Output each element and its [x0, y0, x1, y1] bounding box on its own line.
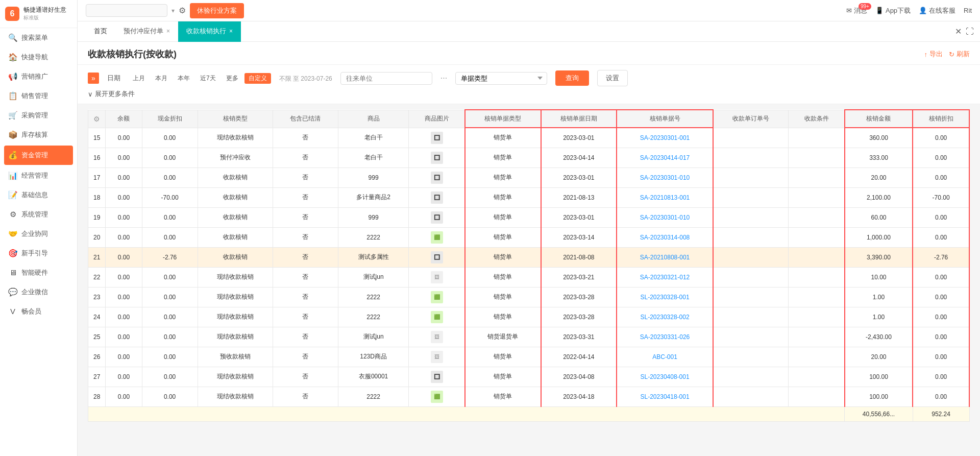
refresh-label: 刷新 — [957, 50, 970, 59]
sidebar-item-快捷导航[interactable]: 🏠快捷导航 — [0, 47, 77, 67]
cell-bill-type: 销货单 — [465, 347, 541, 367]
cell-bill-no[interactable]: SA-20230301-001 — [617, 128, 713, 148]
bill-no-link[interactable]: SA-20230301-001 — [640, 134, 690, 141]
bill-no-link[interactable]: ABC-001 — [652, 353, 677, 361]
th-goods: 商品 — [338, 110, 409, 128]
sidebar-item-基础信息[interactable]: 📝基础信息 — [0, 185, 77, 205]
message-btn[interactable]: ✉ 消息 99+ — [846, 6, 867, 15]
bill-no-link[interactable]: SA-20230301-010 — [640, 214, 690, 221]
cell-amount: 20.00 — [845, 167, 913, 187]
cell-bill-no[interactable]: SL-20230418-001 — [617, 387, 713, 406]
cell-closed: 否 — [273, 267, 338, 287]
topbar-search-input[interactable] — [86, 4, 167, 17]
app-icon: 📱 — [875, 7, 884, 14]
filter-expand-btn[interactable]: » — [88, 73, 99, 84]
bill-no-link[interactable]: SA-20230321-012 — [640, 274, 690, 281]
refresh-btn[interactable]: ↻ 刷新 — [949, 50, 970, 59]
sidebar-item-销售管理[interactable]: 📋销售管理 — [0, 86, 77, 106]
app-download-btn[interactable]: 📱 App下载 — [875, 6, 911, 15]
cell-bill-no[interactable]: SA-20210808-001 — [617, 247, 713, 267]
sidebar-item-智能硬件[interactable]: 🖥智能硬件 — [0, 263, 77, 282]
date-7days-btn[interactable]: 近7天 — [196, 73, 220, 84]
tab-prepay[interactable]: 预付冲应付单 × — [115, 21, 178, 42]
export-btn[interactable]: ↑ 导出 — [924, 50, 943, 59]
cell-closed: 否 — [273, 227, 338, 247]
sidebar-label-4: 采购管理 — [21, 111, 48, 120]
cell-bill-no[interactable]: SA-20230331-026 — [617, 327, 713, 347]
partner-filter-input[interactable] — [340, 72, 432, 85]
online-service-btn[interactable]: 👤 在线客服 — [919, 6, 955, 15]
sidebar-item-企业协同[interactable]: 🤝企业协同 — [0, 224, 77, 244]
tab-writeoff[interactable]: 收款核销执行 × — [178, 21, 241, 42]
sidebar-item-资金管理[interactable]: 💰资金管理 — [4, 146, 73, 165]
bill-no-link[interactable]: SL-20230408-001 — [641, 373, 690, 380]
cell-goods: 999 — [338, 167, 409, 187]
cell-type: 现结收款核销 — [198, 307, 273, 327]
sidebar-item-采购管理[interactable]: 🛒采购管理 — [0, 106, 77, 125]
cell-goods-img: 🖼 — [409, 327, 465, 347]
cell-goods-img: 🖼 — [409, 267, 465, 287]
sidebar-item-系统管理[interactable]: ⚙系统管理 — [0, 205, 77, 224]
cell-cash-discount: 0.00 — [142, 128, 198, 148]
cell-balance: 0.00 — [106, 148, 142, 167]
filter-more-dots[interactable]: ··· — [440, 74, 447, 83]
sidebar-item-搜索菜单[interactable]: 🔍搜索菜单 — [0, 28, 77, 47]
app-badge: 标准版 — [23, 14, 66, 21]
cell-goods-img: 🟩 — [409, 287, 465, 307]
filter-settings-btn[interactable]: 设置 — [597, 70, 628, 86]
cell-closed: 否 — [273, 367, 338, 387]
bill-no-link[interactable]: SA-20230331-026 — [640, 333, 690, 341]
tab-writeoff-close[interactable]: × — [229, 28, 233, 35]
cell-bill-no[interactable]: SL-20230328-001 — [617, 287, 713, 307]
cell-type: 现结收款核销 — [198, 128, 273, 148]
bill-no-link[interactable]: SL-20230328-002 — [641, 314, 690, 321]
sidebar-item-经营管理[interactable]: 📊经营管理 — [0, 166, 77, 185]
cell-goods-img: 🔲 — [409, 148, 465, 167]
date-last-month-btn[interactable]: 上月 — [129, 73, 149, 84]
cell-order-no — [713, 227, 789, 247]
bill-no-link[interactable]: SA-20210808-001 — [640, 254, 690, 261]
col-settings-icon[interactable]: ⚙ — [93, 115, 100, 123]
cell-bill-no[interactable]: SA-20230414-017 — [617, 148, 713, 167]
bill-no-link[interactable]: SL-20230328-001 — [641, 294, 690, 301]
table-area[interactable]: ⚙ 余额 现金折扣 核销类型 包含已结清 商品 商品图片 核销单据类型 核销单据… — [78, 104, 980, 456]
query-btn[interactable]: 查询 — [555, 70, 589, 86]
tab-home[interactable]: 首页 — [86, 21, 115, 42]
cell-bill-no[interactable]: SA-20230301-010 — [617, 207, 713, 227]
bill-type-filter-select[interactable]: 单据类型 — [455, 72, 547, 85]
cell-balance: 0.00 — [106, 187, 142, 207]
tab-prepay-close[interactable]: × — [166, 28, 170, 35]
cell-bill-no[interactable]: SA-20210813-001 — [617, 187, 713, 207]
table-row: 28 0.00 0.00 现结收款核销 否 2222 🟩 销货单 2023-04… — [88, 387, 970, 406]
bill-no-link[interactable]: SA-20230414-017 — [640, 154, 690, 161]
sidebar-item-新手引导[interactable]: 🎯新手引导 — [0, 244, 77, 263]
expand-more-btn[interactable]: ∨ 展开更多条件 — [88, 89, 970, 99]
cell-cash-discount: 0.00 — [142, 307, 198, 327]
bill-no-link[interactable]: SL-20230418-001 — [641, 393, 690, 400]
cell-bill-no[interactable]: SA-20230314-008 — [617, 227, 713, 247]
date-more-btn[interactable]: 更多 — [222, 73, 242, 84]
sidebar-item-企业微信[interactable]: 💬企业微信 — [0, 282, 77, 302]
cell-goods: 测试jun — [338, 267, 409, 287]
cell-bill-no[interactable]: SA-20230321-012 — [617, 267, 713, 287]
date-custom-btn[interactable]: 自定义 — [244, 73, 271, 84]
product-img: 🔲 — [431, 211, 443, 224]
user-name[interactable]: Rit — [964, 7, 972, 14]
cell-bill-no[interactable]: ABC-001 — [617, 347, 713, 367]
close-all-btn[interactable]: ✕ — [955, 27, 962, 36]
sidebar-item-营销推广[interactable]: 📢营销推广 — [0, 67, 77, 86]
cell-amount: 1,000.00 — [845, 227, 913, 247]
settings-gear-icon[interactable]: ⚙ — [179, 6, 186, 15]
sidebar-item-畅会员[interactable]: V畅会员 — [0, 302, 77, 321]
date-this-month-btn[interactable]: 本月 — [151, 73, 172, 84]
cell-bill-no[interactable]: SA-20230301-010 — [617, 167, 713, 187]
cell-bill-no[interactable]: SL-20230328-002 — [617, 307, 713, 327]
sidebar-item-库存核算[interactable]: 📦库存核算 — [0, 125, 77, 145]
industry-btn[interactable]: 休验行业方案 — [190, 3, 244, 18]
cell-bill-no[interactable]: SL-20230408-001 — [617, 367, 713, 387]
bill-no-link[interactable]: SA-20230301-010 — [640, 174, 690, 181]
bill-no-link[interactable]: SA-20230314-008 — [640, 234, 690, 241]
date-this-year-btn[interactable]: 本年 — [174, 73, 194, 84]
bill-no-link[interactable]: SA-20210813-001 — [640, 194, 690, 201]
maximize-btn[interactable]: ⛶ — [966, 27, 974, 36]
